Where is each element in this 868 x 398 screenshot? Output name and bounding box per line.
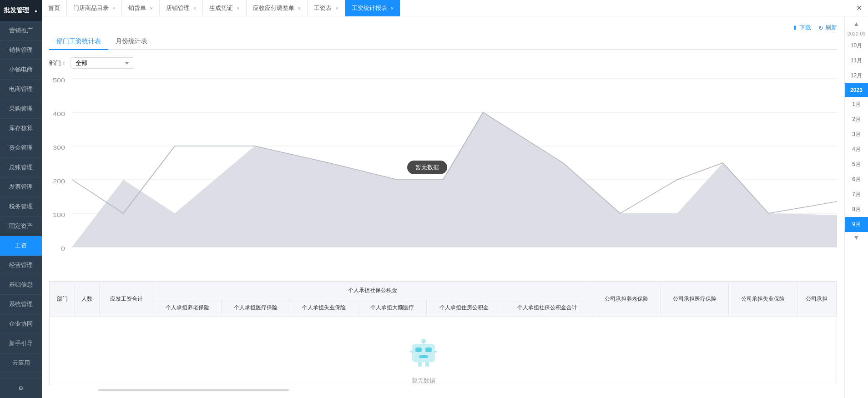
- download-icon: ⬇: [792, 25, 797, 31]
- tab-close-icon[interactable]: ×: [335, 5, 338, 11]
- tab-工资统计报表[interactable]: 工资统计报表×: [345, 0, 400, 16]
- refresh-button[interactable]: ↻ 刷新: [818, 24, 837, 32]
- tab-销货单[interactable]: 销货单×: [122, 0, 159, 16]
- timeline-item-jul[interactable]: 7月: [845, 187, 868, 202]
- svg-text:0: 0: [61, 246, 65, 252]
- download-button[interactable]: ⬇ 下载: [792, 24, 811, 32]
- tab-首页[interactable]: 首页: [42, 0, 67, 16]
- timeline-item-dec[interactable]: 12月: [845, 68, 868, 83]
- main-area: 首页门店商品目录×销货单×店铺管理×生成凭证×应收应付调整单×工资表×工资统计报…: [42, 0, 868, 398]
- sidebar-item-库存核算[interactable]: 库存核算: [0, 119, 42, 138]
- timeline-year-2022-header: 2022.09: [847, 29, 867, 38]
- timeline-item-aug[interactable]: 8月: [845, 202, 868, 217]
- sidebar-item-采购管理[interactable]: 采购管理: [0, 99, 42, 119]
- empty-row: 暂无数据: [50, 317, 837, 386]
- th-salary-total: 应发工资合计: [99, 282, 153, 317]
- tab-bar: 首页门店商品目录×销货单×店铺管理×生成凭证×应收应付调整单×工资表×工资统计报…: [42, 0, 868, 16]
- th-company-unemploy: 公司承担失业保险: [729, 282, 797, 317]
- timeline-item-feb[interactable]: 2月: [845, 112, 868, 127]
- data-table: 部门 人数 应发工资合计 个人承担社保公积金 公司承担养老保险 公司承担医疗保险…: [50, 282, 837, 385]
- sidebar-title: 批发管理: [4, 6, 29, 15]
- th-personal-medical: 个人承担医疗保险: [222, 299, 290, 317]
- sidebar-item-营销推广[interactable]: 营销推广: [0, 21, 42, 40]
- timeline-sidebar: ▲ 2022.09 10月 11月 12月 2023 1月 2月 3月 4月 5…: [844, 16, 868, 398]
- tab-label: 销货单: [128, 4, 146, 12]
- th-company-medical: 公司承担医疗保险: [661, 282, 729, 317]
- timeline-year-2023[interactable]: 2023: [845, 83, 868, 97]
- tab-close-icon[interactable]: ×: [237, 5, 239, 11]
- table-scrollbar[interactable]: [98, 389, 289, 391]
- sidebar-item-经营管理[interactable]: 经营管理: [0, 256, 42, 275]
- refresh-label: 刷新: [825, 24, 837, 32]
- tab-close-icon[interactable]: ×: [193, 5, 196, 11]
- tab-close-icon[interactable]: ×: [150, 5, 152, 11]
- svg-text:100: 100: [53, 212, 65, 218]
- sub-tab-1[interactable]: 月份统计表: [108, 34, 155, 50]
- timeline-item-may[interactable]: 5月: [845, 157, 868, 172]
- svg-text:200: 200: [53, 178, 65, 185]
- tab-label: 工资表: [314, 4, 332, 12]
- sidebar-item-新手引导[interactable]: 新手引导: [0, 334, 42, 353]
- timeline-item-mar[interactable]: 3月: [845, 127, 868, 142]
- timeline-down-arrow[interactable]: ▼: [851, 232, 862, 243]
- tab-label: 应收应付调整单: [253, 4, 294, 12]
- th-personal-bigmedical: 个人承担大额医疗: [358, 299, 426, 317]
- svg-point-20: [421, 339, 426, 343]
- timeline-up-arrow[interactable]: ▲: [851, 18, 862, 29]
- tab-close-icon[interactable]: ×: [298, 5, 301, 11]
- gear-icon: ⚙: [18, 385, 24, 392]
- sidebar-item-税务管理[interactable]: 税务管理: [0, 197, 42, 217]
- svg-rect-18: [418, 362, 422, 367]
- sidebar-item-总账管理[interactable]: 总账管理: [0, 158, 42, 177]
- sidebar-item-小畅电商[interactable]: 小畅电商: [0, 60, 42, 80]
- sidebar-item-系统管理[interactable]: 系统管理: [0, 295, 42, 314]
- tab-店铺管理[interactable]: 店铺管理×: [160, 0, 203, 16]
- sidebar-item-发票管理[interactable]: 发票管理: [0, 177, 42, 197]
- chart-area: 500 400 300 200 100 0: [49, 74, 837, 276]
- empty-state-label: 暂无数据: [412, 377, 435, 385]
- tab-label: 店铺管理: [166, 4, 190, 12]
- tab-label: 门店商品目录: [73, 4, 109, 12]
- sub-tabs: 部门工资统计表月份统计表: [49, 34, 837, 50]
- dept-select[interactable]: 全部: [71, 57, 134, 69]
- filter-toolbar: 部门： 全部: [49, 57, 837, 69]
- sidebar-collapse-arrow: ▲: [34, 8, 38, 13]
- timeline-item-jun[interactable]: 6月: [845, 172, 868, 187]
- empty-state: 暂无数据: [50, 317, 797, 385]
- table-scrollbar-container[interactable]: [49, 387, 837, 391]
- sub-tab-0[interactable]: 部门工资统计表: [49, 34, 108, 50]
- sidebar-item-资金管理[interactable]: 资金管理: [0, 138, 42, 158]
- tab-生成凭证[interactable]: 生成凭证×: [203, 0, 246, 16]
- close-all-tabs-button[interactable]: ✕: [853, 3, 864, 14]
- th-dept: 部门: [50, 282, 75, 317]
- tab-工资表[interactable]: 工资表×: [308, 0, 345, 16]
- sidebar-item-固定资产[interactable]: 固定资产: [0, 217, 42, 236]
- tab-close-icon[interactable]: ×: [391, 5, 394, 11]
- sidebar-item-电商管理[interactable]: 电商管理: [0, 80, 42, 99]
- inner-content: ⬇ 下载 ↻ 刷新 部门工资统计表月份统计表 部门： 全部: [42, 16, 844, 398]
- tab-门店商品目录[interactable]: 门店商品目录×: [67, 0, 122, 16]
- svg-rect-19: [425, 362, 429, 367]
- settings-button[interactable]: ⚙: [0, 378, 42, 398]
- timeline-item-oct[interactable]: 10月: [845, 38, 868, 53]
- timeline-item-apr[interactable]: 4月: [845, 142, 868, 157]
- svg-rect-16: [410, 351, 414, 353]
- sidebar-item-销售管理[interactable]: 销售管理: [0, 40, 42, 60]
- svg-text:500: 500: [53, 77, 65, 84]
- empty-state-icon: [405, 335, 442, 371]
- sidebar-item-工资[interactable]: 工资: [0, 236, 42, 256]
- svg-rect-12: [412, 344, 435, 362]
- tab-close-icon[interactable]: ×: [112, 5, 115, 11]
- svg-rect-17: [434, 351, 437, 353]
- sidebar-item-基础信息[interactable]: 基础信息: [0, 275, 42, 295]
- timeline-item-nov[interactable]: 11月: [845, 53, 868, 68]
- tab-应收应付调整单[interactable]: 应收应付调整单×: [247, 0, 308, 16]
- timeline-item-sep[interactable]: 9月: [845, 217, 868, 232]
- sidebar-header[interactable]: 批发管理 ▲: [0, 0, 42, 21]
- th-personal-pension: 个人承担养老保险: [153, 299, 222, 317]
- th-company-more: 公司承担: [797, 282, 836, 317]
- svg-rect-14: [425, 348, 432, 352]
- timeline-item-jan[interactable]: 1月: [845, 97, 868, 112]
- sidebar-item-企业协同[interactable]: 企业协同: [0, 314, 42, 334]
- sidebar-item-云应用[interactable]: 云应用: [0, 353, 42, 373]
